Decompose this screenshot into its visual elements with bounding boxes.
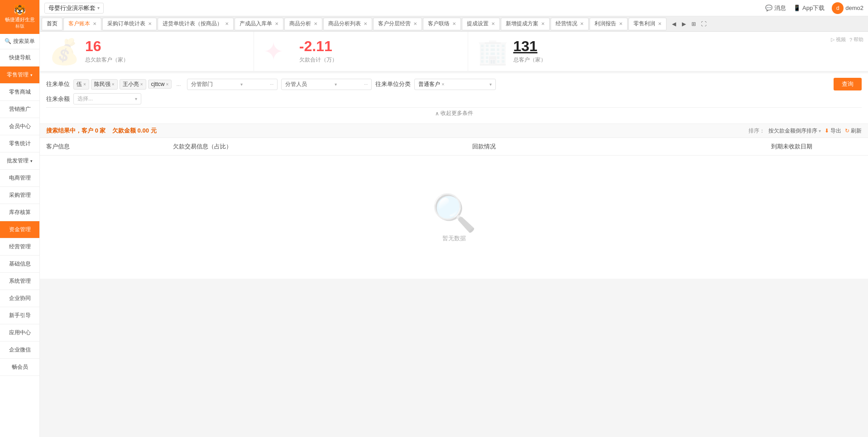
- tab-product-analysis-list[interactable]: 商品分析列表 ✕: [323, 18, 372, 30]
- sidebar-item-capital-mgmt[interactable]: 资金管理: [0, 221, 39, 238]
- sidebar-item-ops-mgmt[interactable]: 经营管理: [0, 238, 39, 256]
- tab-next-btn[interactable]: ▶: [679, 19, 688, 28]
- sidebar-item-quick-nav[interactable]: 快捷导航: [0, 49, 39, 66]
- stat-value: -2.11: [299, 39, 337, 53]
- sidebar-item-enterprise-wechat[interactable]: 企业微信: [0, 342, 39, 359]
- tab-close-icon[interactable]: ✕: [148, 21, 152, 26]
- user-profile[interactable]: d demo2: [832, 2, 863, 14]
- query-button[interactable]: 查询: [834, 78, 862, 90]
- sidebar-logo[interactable]: 🐯 畅捷通好生意 标版: [0, 0, 39, 34]
- filter-tag-chen: 陈民强 ×: [91, 79, 118, 90]
- sidebar-item-vip-member[interactable]: 畅会员: [0, 359, 39, 376]
- video-help-btn[interactable]: ▷ 视频: [831, 36, 846, 43]
- category-tag-normal: 普通客户 ×: [418, 81, 444, 88]
- tab-close-icon[interactable]: ✕: [93, 21, 96, 26]
- sidebar-item-inventory[interactable]: 库存核算: [0, 204, 39, 221]
- sidebar-item-sys-mgmt[interactable]: 系统管理: [0, 273, 39, 290]
- tab-close-icon[interactable]: ✕: [314, 21, 317, 26]
- dept-select[interactable]: 分管部门 ▾ ···: [187, 79, 278, 90]
- stat-label: 欠款合计（万）: [299, 56, 337, 64]
- app-download-btn[interactable]: 📱 App下载: [793, 4, 825, 12]
- sidebar-item-label: 应用中心: [9, 329, 31, 336]
- sidebar-item-retail-mall[interactable]: 零售商城: [0, 84, 39, 101]
- tag-close-icon[interactable]: ×: [441, 82, 444, 87]
- help-btn[interactable]: ? 帮助: [849, 36, 863, 43]
- sidebar-item-wholesale-mgmt[interactable]: 批发管理 ▾: [0, 152, 39, 170]
- tag-close-icon[interactable]: ×: [166, 82, 169, 87]
- tab-raise-settings[interactable]: 提成设置 ✕: [462, 18, 500, 30]
- tab-close-icon[interactable]: ✕: [491, 21, 495, 26]
- refresh-btn[interactable]: ↻ 刷新: [845, 127, 862, 135]
- results-amount-prefix: 欠款金额: [112, 127, 136, 134]
- tab-close-icon[interactable]: ✕: [541, 21, 545, 26]
- sidebar-item-purchase-mgmt[interactable]: 采购管理: [0, 187, 39, 204]
- tab-close-icon[interactable]: ✕: [413, 21, 417, 26]
- sidebar-item-new-guide[interactable]: 新手引导: [0, 307, 39, 324]
- dept-placeholder: 分管部门: [191, 81, 213, 88]
- sidebar-item-basic-info[interactable]: 基础信息: [0, 256, 39, 273]
- sort-select[interactable]: 按欠款金额倒序排序 ▾: [768, 127, 821, 135]
- tag-close-icon[interactable]: ×: [83, 82, 86, 87]
- tab-label: 进货单统计表（按商品）: [163, 20, 222, 28]
- topbar-right: 💬 消息 📱 App下载 d demo2: [765, 2, 863, 14]
- tab-product-analysis[interactable]: 商品分析 ✕: [284, 18, 322, 30]
- collapse-btn[interactable]: ∧ 收起更多条件: [46, 108, 862, 119]
- tab-close-icon[interactable]: ✕: [580, 21, 584, 26]
- data-table: 客户信息 欠款交易信息（占比） 回款情况 到期未收款日期 🔍 暂无数据: [40, 138, 868, 279]
- tab-home[interactable]: 首页: [42, 18, 62, 30]
- tab-stock-stats[interactable]: 进货单统计表（按商品） ✕: [158, 18, 234, 30]
- stat-bg-icon: 🏢: [477, 37, 508, 66]
- sidebar-item-ecom-mgmt[interactable]: 电商管理: [0, 170, 39, 187]
- tag-close-icon[interactable]: ×: [112, 82, 115, 87]
- sidebar-item-label: 企业微信: [9, 347, 31, 353]
- tab-label: 商品分析: [289, 20, 311, 28]
- chevron-down-icon: ▾: [489, 82, 492, 87]
- logo-subtext: 标版: [3, 23, 37, 29]
- message-btn[interactable]: 💬 消息: [765, 4, 786, 12]
- tab-close-icon[interactable]: ✕: [452, 21, 456, 26]
- balance-select[interactable]: 选择... ▾: [73, 93, 141, 104]
- tab-customer-segment[interactable]: 客户分层经营 ✕: [373, 18, 422, 30]
- refresh-icon: ↻: [845, 128, 849, 134]
- empty-state: 🔍 暂无数据: [40, 156, 868, 279]
- sidebar-item-app-center[interactable]: 应用中心: [0, 324, 39, 342]
- sidebar-item-label: 基础信息: [9, 261, 31, 267]
- sidebar-item-enterprise-collab[interactable]: 企业协同: [0, 290, 39, 307]
- sidebar-item-member-center[interactable]: 会员中心: [0, 118, 39, 135]
- stat-total-credit-amount: ✦ -2.11 欠款合计（万）: [254, 32, 468, 71]
- person-placeholder: 分管人员: [285, 81, 307, 88]
- sidebar-search[interactable]: 🔍 搜索菜单: [0, 34, 39, 49]
- export-btn[interactable]: ⬇ 导出: [825, 127, 841, 135]
- sidebar-item-retail-stats[interactable]: 零售统计: [0, 135, 39, 152]
- sidebar-item-marketing[interactable]: 营销推广: [0, 101, 39, 118]
- tab-close-icon[interactable]: ✕: [364, 21, 367, 26]
- chevron-down-icon: ▾: [335, 82, 337, 87]
- balance-placeholder: 选择...: [77, 95, 93, 103]
- filter-tag-more[interactable]: ...: [173, 80, 183, 88]
- tab-prev-btn[interactable]: ◀: [669, 19, 678, 28]
- tab-close-icon[interactable]: ✕: [275, 21, 278, 26]
- tab-close-icon[interactable]: ✕: [658, 21, 662, 26]
- col-header-credit-info: 欠款交易信息（占比）: [173, 142, 472, 151]
- person-select[interactable]: 分管人员 ▾ ···: [281, 79, 372, 90]
- tag-close-icon[interactable]: ×: [140, 82, 143, 87]
- account-dropdown[interactable]: 母婴行业演示帐套 ▾: [44, 3, 104, 14]
- tab-profit-report[interactable]: 利润报告 ✕: [590, 18, 628, 30]
- tab-maximize-btn[interactable]: ⛶: [699, 19, 708, 28]
- sidebar-item-retail-mgmt[interactable]: 零售管理 ▾: [0, 66, 39, 84]
- chevron-up-icon: ∧: [435, 110, 439, 117]
- tab-menu-btn[interactable]: ⊞: [689, 19, 698, 28]
- chevron-down-icon: ▾: [97, 5, 100, 10]
- tab-new-raise-plan[interactable]: 新增提成方案 ✕: [501, 18, 550, 30]
- tab-customer-contact[interactable]: 客户联络 ✕: [423, 18, 461, 30]
- tab-customer-book[interactable]: 客户账本 ✕: [63, 18, 101, 30]
- filter-row-1: 往来单位 伍 × 陈民强 × 王小亮 × cjttcw: [46, 78, 862, 90]
- tab-close-icon[interactable]: ✕: [619, 21, 623, 26]
- unit-category-label: 往来单位分类: [375, 80, 411, 88]
- unit-category-select[interactable]: 普通客户 × ▾: [414, 79, 496, 90]
- tab-purchase-order-stats[interactable]: 采购订单统计表 ✕: [102, 18, 157, 30]
- tab-retail-profit[interactable]: 零售利润 ✕: [628, 18, 667, 30]
- tab-biz-situation[interactable]: 经营情况 ✕: [551, 18, 589, 30]
- tab-production-in[interactable]: 产成品入库单 ✕: [235, 18, 283, 30]
- tab-close-icon[interactable]: ✕: [225, 21, 229, 26]
